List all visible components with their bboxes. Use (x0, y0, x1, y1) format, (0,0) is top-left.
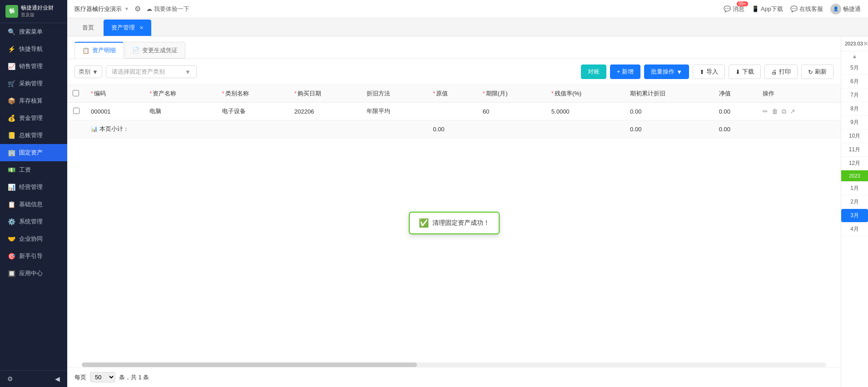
sidebar-label-0: 搜索菜单 (19, 28, 43, 36)
sidebar-icon-2: 📈 (7, 62, 15, 70)
subtotal-initial: 0.00 (625, 120, 714, 138)
month-item-3[interactable]: 8月 (841, 102, 868, 116)
month-item-7[interactable]: 12月 (841, 157, 868, 170)
print-button[interactable]: 🖨 打印 (764, 64, 798, 79)
month-item-11[interactable]: 3月 (841, 209, 868, 223)
cell-depreciation-method: 年限平均 (361, 103, 427, 120)
message-button[interactable]: 💬 消息 99+ (724, 5, 744, 13)
scroll-up[interactable]: ▲ (841, 51, 868, 61)
month-item-8[interactable]: 2023 (841, 170, 868, 182)
sidebar-item-系统管理[interactable]: ⚙️系统管理 (0, 213, 67, 230)
tab-asset-management[interactable]: 资产管理 ✕ (104, 20, 151, 36)
cell-code: 000001 (85, 103, 144, 120)
sidebar-item-基础信息[interactable]: 📋基础信息 (0, 196, 67, 213)
import-button[interactable]: ⬆ 导入 (693, 64, 725, 79)
select-all-checkbox[interactable] (73, 90, 79, 96)
more-icon[interactable]: ↗ (790, 108, 795, 115)
close-panel-icon[interactable]: ✕ (863, 40, 868, 47)
new-button[interactable]: + 新增 (610, 64, 640, 79)
username: 畅捷通 (843, 5, 861, 13)
subtotal-row: 📊 本页小计： 0.00 0.00 0.00 (67, 120, 841, 138)
sidebar-icon-12: 🤝 (7, 235, 15, 243)
tab-home[interactable]: 首页 (74, 20, 102, 36)
month-item-9[interactable]: 1月 (841, 182, 868, 195)
sidebar-item-总账管理[interactable]: 📒总账管理 (0, 127, 67, 144)
experience-button[interactable]: ☁ 我要体验一下 (146, 5, 189, 13)
category-placeholder: 请选择固定资产类别 (112, 68, 165, 76)
sidebar-item-搜索菜单[interactable]: 🔍搜索菜单 (0, 23, 67, 40)
category-filter[interactable]: 类别 ▼ (74, 65, 102, 78)
batch-label: 批量操作 (651, 68, 675, 76)
month-item-5[interactable]: 10月 (841, 129, 868, 143)
sidebar-item-企业协同[interactable]: 🤝企业协同 (0, 230, 67, 248)
month-item-1[interactable]: 6月 (841, 75, 868, 89)
total-label: 条，共 1 条 (119, 373, 149, 382)
experience-icon: ☁ (146, 5, 152, 12)
sidebar-label-1: 快捷导航 (19, 45, 43, 53)
sidebar-label-6: 总账管理 (19, 131, 43, 139)
sidebar-item-资金管理[interactable]: 💰资金管理 (0, 109, 67, 127)
sidebar-item-固定资产[interactable]: 🏢固定资产 (0, 144, 67, 161)
row-checkbox[interactable] (73, 108, 79, 114)
online-service-button[interactable]: 💬 在线客服 (790, 5, 823, 13)
print-icon: 🖨 (771, 69, 777, 75)
table-scrollbar[interactable] (82, 362, 826, 367)
month-item-2[interactable]: 7月 (841, 89, 868, 102)
reconcile-button[interactable]: 对账 (581, 64, 606, 79)
download-icon: 📱 (752, 5, 759, 12)
month-item-6[interactable]: 11月 (841, 143, 868, 157)
per-page-label: 每页 (74, 373, 86, 382)
refresh-button[interactable]: ↻ 刷新 (801, 64, 833, 79)
sidebar-item-工资[interactable]: 💵工资 (0, 161, 67, 179)
download-button[interactable]: ⬇ 下载 (729, 64, 761, 79)
col-initial-depreciation: 期初累计折旧 (625, 85, 714, 103)
sidebar-label-2: 销售管理 (19, 62, 43, 70)
per-page-select[interactable]: 50 100 (90, 372, 115, 382)
copy-icon[interactable]: ⧉ (782, 108, 786, 115)
sidebar-label-11: 系统管理 (19, 218, 43, 226)
avatar: 👤 (830, 4, 841, 15)
cell-period: 60 (477, 103, 546, 120)
settings-icon[interactable]: ⚙ (7, 375, 13, 382)
sidebar-item-经营管理[interactable]: 📊经营管理 (0, 179, 67, 196)
sidebar-icon-0: 🔍 (7, 28, 15, 36)
subtab-change-voucher[interactable]: 📄 变更生成凭证 (124, 42, 185, 59)
month-item-4[interactable]: 9月 (841, 116, 868, 129)
month-item-10[interactable]: 2月 (841, 195, 868, 209)
panel-header: 2023.03 ✕ ⤢ (841, 36, 868, 51)
subtab-asset-detail[interactable]: 📋 资产明细 (74, 42, 124, 59)
subtab-voucher-icon: 📄 (132, 47, 139, 54)
sidebar-label-3: 采购管理 (19, 79, 43, 88)
sidebar-item-销售管理[interactable]: 📈销售管理 (0, 58, 67, 75)
batch-button[interactable]: 批量操作 ▼ (644, 64, 689, 79)
online-service-label: 在线客服 (799, 5, 823, 13)
sidebar-label-4: 库存核算 (19, 97, 43, 105)
category-dropdown-icon: ▼ (92, 69, 98, 75)
app-download-label: App下载 (761, 5, 783, 13)
sidebar-item-快捷导航[interactable]: ⚡快捷导航 (0, 40, 67, 58)
sidebar-item-采购管理[interactable]: 🛒采购管理 (0, 75, 67, 92)
month-item-12[interactable]: 4月 (841, 223, 868, 236)
panel-controls: ✕ ⤢ (863, 40, 868, 47)
edit-icon[interactable]: ✏ (763, 108, 768, 115)
category-input[interactable]: 请选择固定资产类别 ▼ (106, 65, 197, 78)
col-purchase-date: *购买日期 (289, 85, 361, 103)
tab-close-icon[interactable]: ✕ (139, 25, 144, 30)
sidebar-item-应用中心[interactable]: 🔲应用中心 (0, 265, 67, 282)
company-selector[interactable]: 医疗器械行业演示 ▼ (74, 5, 129, 13)
sidebar-item-新手引导[interactable]: 🎯新手引导 (0, 248, 67, 265)
sidebar-bottom: ⚙ ◀ (0, 370, 67, 387)
topbar: 医疗器械行业演示 ▼ ⚙ ☁ 我要体验一下 💬 消息 99+ 📱 App下载 💬… (67, 0, 868, 18)
app-download-button[interactable]: 📱 App下载 (752, 5, 783, 13)
topbar-right: 💬 消息 99+ 📱 App下载 💬 在线客服 👤 畅捷通 (724, 4, 861, 15)
delete-icon[interactable]: 🗑 (772, 108, 778, 115)
topbar-settings-icon[interactable]: ⚙ (134, 5, 141, 13)
sidebar-item-库存核算[interactable]: 📦库存核算 (0, 92, 67, 109)
user-menu[interactable]: 👤 畅捷通 (830, 4, 861, 15)
subtabs: 📋 资产明细 📄 变更生成凭证 (67, 36, 841, 59)
toolbar-actions: 对账 + 新增 批量操作 ▼ ⬆ 导入 ⬇ 下载 (581, 64, 833, 79)
sidebar-icon-1: ⚡ (7, 45, 15, 53)
collapse-icon[interactable]: ◀ (55, 375, 60, 382)
month-item-0[interactable]: 5月 (841, 61, 868, 75)
cell-net-value: 0.00 (714, 103, 757, 120)
